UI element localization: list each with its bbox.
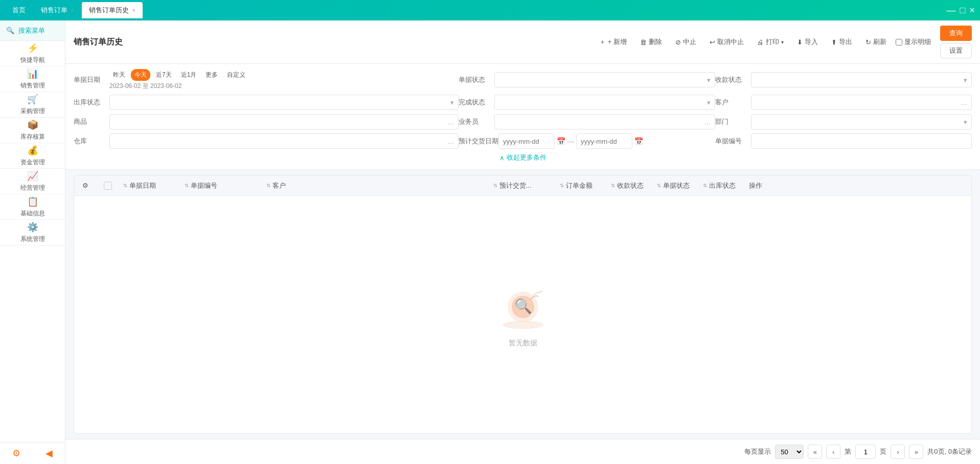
filter-out-status: 出库状态 ▾ xyxy=(74,95,459,110)
sort-number-icon: ⇅ xyxy=(185,183,189,188)
next-page-btn[interactable]: › xyxy=(891,445,905,459)
sidebar-item-sales-mgmt-label: 销售管理 xyxy=(20,81,45,90)
th-check[interactable] xyxy=(97,182,119,190)
sidebar-item-system-label: 系统管理 xyxy=(20,235,45,244)
sidebar-settings-btn[interactable]: ⚙ xyxy=(12,448,20,459)
sidebar-item-inventory[interactable]: 📦 库存核算 xyxy=(0,118,65,143)
complete-status-select[interactable]: ▾ xyxy=(494,95,715,110)
date-quick-yesterday[interactable]: 昨天 xyxy=(109,69,129,81)
first-page-btn[interactable]: « xyxy=(808,445,822,459)
window-maximize-icon[interactable]: □ xyxy=(960,5,966,16)
import-button[interactable]: ⬇ 导入 xyxy=(793,35,822,49)
tab-sales-order-history[interactable]: 销售订单历史 × xyxy=(82,2,142,18)
add-icon: ＋ xyxy=(599,37,606,47)
th-customer[interactable]: ⇅ 客户 xyxy=(262,181,489,190)
date-range-separator: — xyxy=(567,138,574,145)
stop-label: 中止 xyxy=(683,37,696,47)
delete-button[interactable]: 🗑 删除 xyxy=(636,35,666,49)
sort-pay-status-icon: ⇅ xyxy=(611,183,615,188)
svg-text:🔍: 🔍 xyxy=(514,298,532,315)
refresh-button[interactable]: ↻ 刷新 xyxy=(861,35,891,49)
th-date[interactable]: ⇅ 单据日期 xyxy=(119,181,180,190)
window-minimize-icon[interactable]: — xyxy=(947,5,956,16)
sidebar-item-purchase-mgmt[interactable]: 🛒 采购管理 xyxy=(0,92,65,118)
last-page-btn[interactable]: » xyxy=(909,445,923,459)
cancel-stop-icon: ↩ xyxy=(710,38,715,46)
print-dropdown-icon: ▾ xyxy=(781,39,784,45)
settings-button[interactable]: 设置 xyxy=(940,43,972,58)
customer-more-btn[interactable]: … xyxy=(961,99,967,106)
date-quick-more[interactable]: 更多 xyxy=(202,69,221,81)
delivery-date-label: 预计交货日期 xyxy=(459,137,498,146)
doc-number-input[interactable] xyxy=(751,134,972,149)
th-amount[interactable]: ⇅ 订单金额 xyxy=(556,181,607,190)
dept-select[interactable]: ▾ xyxy=(751,114,972,129)
sort-customer-icon: ⇅ xyxy=(266,183,270,188)
th-delivery[interactable]: ⇅ 预计交货... xyxy=(489,181,556,190)
pay-status-select[interactable]: ▾ xyxy=(751,72,972,87)
calendar-from-icon[interactable]: 📅 xyxy=(557,137,565,145)
tab-sales-order-history-close[interactable]: × xyxy=(132,7,135,13)
sidebar-collapse-btn[interactable]: ◀ xyxy=(45,448,53,459)
doc-status-select[interactable]: ▾ xyxy=(494,72,715,87)
table-wrapper: ⚙ ⇅ 单据日期 ⇅ 单据编号 ⇅ 客户 xyxy=(74,175,972,434)
th-customer-label: 客户 xyxy=(272,181,286,190)
stop-button[interactable]: ⊘ 中止 xyxy=(671,35,700,49)
filter-salesperson: 业务员 … xyxy=(459,114,715,129)
sidebar-item-quick-nav[interactable]: ⚡ 快捷导航 xyxy=(0,41,65,67)
customer-label: 客户 xyxy=(715,98,751,107)
sidebar-search[interactable]: 🔍 搜索菜单 xyxy=(0,20,65,41)
sidebar-item-basic-info[interactable]: 📋 基础信息 xyxy=(0,194,65,220)
out-status-label: 出库状态 xyxy=(74,98,109,107)
add-button[interactable]: ＋ + 新增 xyxy=(595,35,631,49)
filter-doc-number: 单据编号 xyxy=(715,134,972,149)
delivery-date-to[interactable] xyxy=(576,134,632,149)
export-button[interactable]: ⬆ 导出 xyxy=(827,35,856,49)
warehouse-more-btn[interactable]: … xyxy=(447,138,454,145)
delivery-date-from[interactable] xyxy=(498,134,555,149)
date-quick-custom[interactable]: 自定义 xyxy=(223,69,249,81)
sidebar-item-system[interactable]: ⚙️ 系统管理 xyxy=(0,220,65,246)
sort-out-status-icon: ⇅ xyxy=(703,183,707,188)
sidebar-item-purchase-mgmt-label: 采购管理 xyxy=(20,107,45,116)
collapse-button[interactable]: ∧ 收起更多条件 xyxy=(74,153,972,162)
warehouse-label: 仓库 xyxy=(74,137,109,146)
th-settings[interactable]: ⚙ xyxy=(74,182,97,189)
tab-sales-order-close[interactable]: × xyxy=(71,7,74,13)
print-button[interactable]: 🖨 打印 ▾ xyxy=(753,35,788,49)
tab-sales-order[interactable]: 销售订单 × xyxy=(34,2,81,18)
display-detail-input[interactable] xyxy=(896,39,902,46)
th-out-status-label: 出库状态 xyxy=(709,181,736,190)
window-close-icon[interactable]: × xyxy=(969,5,975,16)
sidebar: 🔍 搜索菜单 ⚡ 快捷导航 📊 销售管理 🛒 采购管理 📦 库存核算 💰 资金管… xyxy=(0,20,65,464)
goods-more-btn[interactable]: … xyxy=(447,118,454,126)
date-quick-today[interactable]: 今天 xyxy=(131,69,150,81)
empty-text: 暂无数据 xyxy=(509,339,537,348)
prev-page-btn[interactable]: ‹ xyxy=(826,445,840,459)
salesperson-label: 业务员 xyxy=(459,117,494,126)
date-quick-1month[interactable]: 近1月 xyxy=(177,69,200,81)
display-detail-checkbox[interactable]: 显示明细 xyxy=(896,37,931,47)
query-button[interactable]: 查询 xyxy=(940,26,972,41)
calendar-to-icon[interactable]: 📅 xyxy=(634,137,643,145)
pagination: 每页显示 50 20 100 « ‹ 第 页 › » 共0页, 0条记录 xyxy=(65,439,980,464)
th-pay-status[interactable]: ⇅ 收款状态 xyxy=(607,181,653,190)
salesperson-more-btn[interactable]: … xyxy=(704,118,711,126)
sidebar-item-operations[interactable]: 📈 经营管理 xyxy=(0,169,65,194)
th-number[interactable]: ⇅ 单据编号 xyxy=(180,181,262,190)
tab-home[interactable]: 首页 xyxy=(5,2,33,18)
search-icon: 🔍 xyxy=(6,27,14,34)
out-status-select[interactable]: ▾ xyxy=(109,95,459,110)
th-doc-status[interactable]: ⇅ 单据状态 xyxy=(653,181,699,190)
cancel-stop-button[interactable]: ↩ 取消中止 xyxy=(705,35,748,49)
page-header: 销售订单历史 ＋ + 新增 🗑 删除 ⊘ 中止 ↩ 取消中止 xyxy=(65,20,980,64)
sidebar-item-finance[interactable]: 💰 资金管理 xyxy=(0,143,65,169)
per-page-select[interactable]: 50 20 100 xyxy=(775,445,804,459)
th-out-status[interactable]: ⇅ 出库状态 xyxy=(699,181,745,190)
th-action: 操作 xyxy=(745,181,972,190)
sort-date-icon: ⇅ xyxy=(123,183,127,188)
header-checkbox[interactable] xyxy=(104,182,112,190)
page-number-input[interactable] xyxy=(855,445,876,459)
date-quick-7days[interactable]: 近7天 xyxy=(152,69,175,81)
sidebar-item-sales-mgmt[interactable]: 📊 销售管理 xyxy=(0,67,65,92)
